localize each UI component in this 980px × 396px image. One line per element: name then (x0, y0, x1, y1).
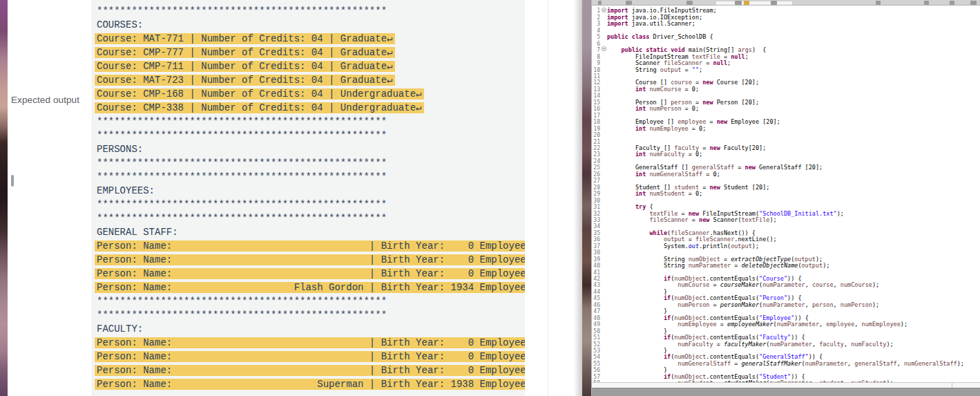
line-number: 53 (592, 348, 600, 354)
console-line: ****************************************… (97, 115, 525, 129)
code-text: int numFaculty = 0; (607, 151, 980, 158)
highlighted-output-line: Person: Name: | Birth Year: 0 Employee (95, 351, 525, 362)
fold-column-empty (600, 346, 607, 352)
line-number: 20 (592, 132, 600, 138)
console-line: Course: CMP-338 | Number of Credits: 04 … (97, 101, 525, 115)
fold-column-empty (600, 294, 607, 300)
line-number: 19 (592, 126, 600, 132)
editor-line: 31 try { (592, 202, 980, 209)
line-number: 44 (592, 289, 600, 295)
highlighted-output-line: Course: MAT-723 | Number of Credits: 04 … (95, 75, 395, 86)
line-number: 43 (592, 282, 600, 288)
toolbar-light-segment (716, 1, 792, 5)
fold-column-empty (600, 339, 607, 346)
line-number: 37 (592, 243, 600, 249)
console-line: Course: MAT-723 | Number of Credits: 04 … (97, 73, 525, 87)
fold-column-empty (600, 91, 607, 97)
line-number: 8 (592, 54, 600, 60)
highlighted-output-line: Person: Name: | Birth Year: 0 Employee (95, 268, 525, 279)
code-text: public class Driver_SchoolDB { (607, 34, 980, 40)
line-number: 52 (592, 341, 600, 348)
fold-column-empty (600, 359, 607, 365)
line-number: 22 (592, 145, 600, 151)
fold-column-empty (600, 254, 607, 261)
console-output-panel: ****************************************… (92, 0, 525, 396)
fold-column-empty (600, 26, 607, 32)
fold-column-empty (600, 169, 607, 176)
line-number: 47 (592, 308, 600, 314)
line-number: 27 (592, 178, 600, 184)
line-number: 38 (592, 249, 600, 256)
editor-line: 35 while(fileScanner.hasNext()) { (592, 228, 980, 234)
collapse-icon[interactable] (602, 8, 606, 12)
collapse-icon[interactable] (602, 46, 606, 51)
fold-column-empty (600, 281, 607, 287)
line-number: 26 (592, 171, 600, 178)
console-line: Person: Name: Superman | Birth Year: 193… (97, 377, 525, 391)
console-line: ****************************************… (97, 156, 525, 170)
toolbar-icon-fragment (598, 1, 602, 5)
toolbar-icon-fragment (970, 1, 977, 5)
fold-column-empty (600, 163, 607, 169)
line-number: 34 (592, 223, 600, 229)
line-number: 12 (592, 79, 600, 86)
console-line: ****************************************… (97, 294, 525, 308)
toolbar-icon-fragment (950, 1, 954, 5)
code-editor-area[interactable]: 1import java.io.FileInputStream;2import … (592, 6, 980, 383)
editor-line: 15 Person [] person = new Person [20]; (592, 97, 980, 104)
fold-column-empty (600, 261, 607, 267)
fold-column-empty (600, 137, 607, 143)
line-number: 18 (592, 119, 600, 125)
editor-line: 18 Employee [] employee = new Employee [… (592, 117, 980, 124)
editor-line: 21 (592, 137, 980, 143)
console-line: Person: Name: | Birth Year: 0 Employee (97, 239, 525, 253)
fold-column-empty (600, 196, 607, 202)
fold-column-empty (600, 372, 607, 378)
line-number: 35 (592, 230, 600, 236)
line-number: 5 (592, 34, 600, 40)
fold-column-empty (600, 117, 607, 124)
fold-column-empty (600, 65, 607, 71)
fold-column-empty (600, 267, 607, 274)
console-line: ****************************************… (97, 198, 525, 211)
line-number: 54 (592, 354, 600, 360)
fold-column-empty (600, 366, 607, 372)
fold-column-empty (600, 216, 607, 222)
code-text: int numStudent = 0; (607, 191, 980, 197)
line-number: 49 (592, 321, 600, 328)
console-line: Person: Name: | Birth Year: 0 Employee (97, 253, 525, 267)
line-number: 42 (592, 276, 600, 282)
line-number: 57 (592, 374, 600, 380)
editor-line: 42 if(numObject.contentEquals("Course"))… (592, 274, 980, 281)
console-line: ****************************************… (97, 129, 525, 142)
fold-column-empty (600, 182, 607, 189)
toolbar-icon-fragment (686, 1, 693, 5)
fold-column-empty (600, 326, 607, 332)
code-text: fileScanner = new Scanner(textFile); (607, 217, 980, 223)
line-number: 21 (592, 139, 600, 145)
console-line: Person: Name: Flash Gordon | Birth Year:… (97, 281, 525, 294)
highlighted-output-line: Course: CMP-338 | Number of Credits: 04 … (95, 102, 424, 113)
console-line: FACULTY: (97, 322, 525, 336)
line-number: 10 (592, 67, 600, 73)
editor-line: 12 Course [] course = new Course [20]; (592, 78, 980, 84)
console-line: ****************************************… (97, 211, 525, 225)
line-number: 1 (592, 8, 600, 14)
highlighted-output-line: Course: CMP-777 | Number of Credits: 04 … (95, 47, 395, 58)
line-number: 6 (592, 41, 600, 47)
bottom-status-bar (592, 388, 980, 396)
line-number: 3 (592, 21, 600, 27)
code-text: String numParameter = deleteObjectName(o… (607, 263, 980, 269)
toolbar-icon-fragment (735, 1, 742, 5)
console-line: Person: Name: | Birth Year: 0 Employee (97, 267, 525, 281)
fold-column-empty (600, 248, 607, 254)
editor-line: 5public class Driver_SchoolDB { (592, 32, 980, 39)
fold-column-empty (600, 72, 607, 78)
page-scrollbar-thumb[interactable] (11, 175, 14, 187)
fold-column-empty (600, 32, 607, 39)
line-number: 46 (592, 302, 600, 308)
line-number: 13 (592, 86, 600, 93)
highlighted-output-line: Course: MAT-771 | Number of Credits: 04 … (95, 33, 395, 44)
line-number: 40 (592, 263, 600, 269)
fold-column-empty (600, 235, 607, 241)
